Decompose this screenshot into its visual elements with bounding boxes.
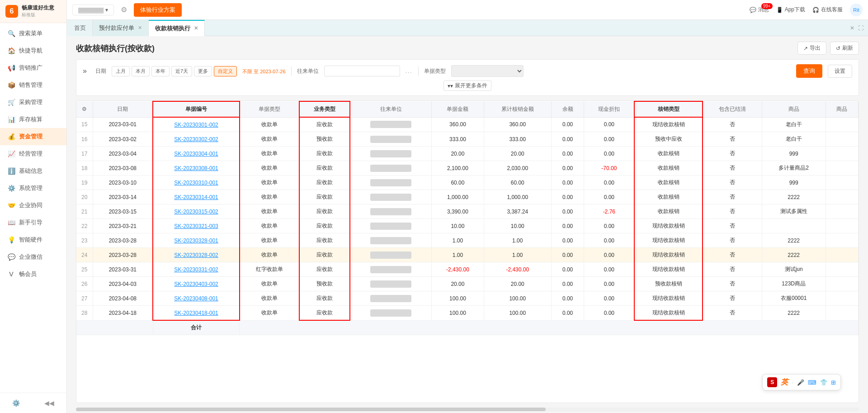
sidebar-item-hardware[interactable]: 💡智能硬件 — [0, 231, 66, 248]
td-doc-type: 收款单 — [240, 277, 299, 291]
filter-row-1: » 日期 上月 本月 本年 近7天 更多 自定义 不限 至 2023-07-26… — [83, 64, 852, 78]
sidebar-item-label: 基础信息 — [19, 167, 42, 175]
td-partner: ██████ — [350, 161, 432, 176]
keyboard-icon[interactable]: ⌨ — [808, 379, 816, 386]
message-button[interactable]: 💬 消息 99+ — [750, 6, 769, 14]
sidebar-item-label: 库存核算 — [19, 115, 42, 123]
doc-no-link[interactable]: SK-20230418-001 — [174, 310, 218, 316]
doc-no-link[interactable]: SK-20230328-002 — [174, 252, 218, 258]
sidebar-item-quicknav[interactable]: 🏠快捷导航 — [0, 42, 66, 59]
sidebar-item-wechat[interactable]: 💬企业微信 — [0, 248, 66, 266]
th-discount: 现金折扣 — [584, 101, 635, 117]
sidebar-item-marketing[interactable]: 📢营销推广 — [0, 59, 66, 76]
table-row: 24 2023-03-28 SK-20230328-002 收款单 应收款 ██… — [76, 248, 859, 262]
sidebar: 6 畅康道好生意 标推版 🔍搜索菜单🏠快捷导航📢营销推广📦销售管理🛒采购管理📊库… — [0, 0, 67, 413]
doc-no-link[interactable]: SK-20230304-001 — [174, 151, 218, 157]
filter-divider-1 — [291, 66, 292, 76]
tab-home[interactable]: 首页 — [67, 20, 93, 36]
data-table-wrap[interactable]: ⚙ 日期 单据编号 单据类型 业务类型 往来单位 单据金额 累计核销金额 余额 … — [76, 100, 859, 403]
bottom-scrollbar[interactable] — [76, 408, 859, 411]
doc-no-link[interactable]: SK-20230302-002 — [174, 136, 218, 142]
tab-prepay[interactable]: 预付款应付单 ✕ — [93, 20, 149, 36]
sidebar-item-label: 新手引导 — [19, 218, 42, 227]
online-service-button[interactable]: 🎧 在线客服 — [812, 6, 843, 14]
message-badge: 99+ — [761, 3, 773, 9]
sidebar-item-member[interactable]: V畅会员 — [0, 266, 66, 283]
basic-icon: ℹ️ — [7, 167, 15, 175]
td-biz-type: 应收款 — [299, 204, 350, 219]
date-more[interactable]: 更多 — [194, 66, 212, 76]
th-settings[interactable]: ⚙ — [76, 101, 93, 117]
td-doc-no: SK-20230328-001 — [153, 233, 240, 248]
mic-icon[interactable]: 🎤 — [797, 379, 804, 386]
sidebar-item-label: 快捷导航 — [19, 47, 42, 55]
app-selector-text: ▓▓▓▓▓▓▓ — [78, 7, 104, 13]
td-included: 否 — [703, 262, 762, 277]
doc-no-link[interactable]: SK-20230301-002 — [174, 122, 218, 128]
doc-no-link[interactable]: SK-20230321-003 — [174, 223, 218, 229]
inventory-icon: 📊 — [7, 115, 15, 123]
td-date: 2023-03-14 — [93, 190, 153, 204]
doc-no-link[interactable]: SK-20230403-002 — [174, 281, 218, 287]
sidebar-item-search[interactable]: 🔍搜索菜单 — [0, 25, 66, 42]
sidebar-item-purchase[interactable]: 🛒采购管理 — [0, 94, 66, 111]
td-product2 — [826, 219, 858, 233]
sidebar-item-sales[interactable]: 📦销售管理 — [0, 76, 66, 94]
date-last-month[interactable]: 上月 — [112, 66, 130, 76]
phone-icon: 📱 — [776, 7, 783, 13]
solution-button[interactable]: 体验行业方案 — [134, 3, 182, 17]
date-7days[interactable]: 近7天 — [171, 66, 192, 76]
sidebar-item-finance[interactable]: 💰资金管理 — [0, 128, 66, 145]
shirt-icon[interactable]: 👕 — [820, 379, 827, 386]
doc-no-link[interactable]: SK-20230310-001 — [174, 180, 218, 186]
page-header-actions: ↗ 导出 ↺ 刷新 — [797, 42, 859, 55]
doc-no-link[interactable]: SK-20230328-001 — [174, 237, 218, 244]
partner-input[interactable] — [324, 66, 400, 76]
doc-type-select[interactable] — [451, 65, 524, 77]
table-header-row: ⚙ 日期 单据编号 单据类型 业务类型 往来单位 单据金额 累计核销金额 余额 … — [76, 101, 859, 117]
expand-more-button[interactable]: ▾▾ 展开更多条件 — [443, 81, 491, 91]
td-num: 23 — [76, 233, 93, 248]
sidebar-item-operations[interactable]: 📈经营管理 — [0, 145, 66, 162]
date-this-year[interactable]: 本年 — [151, 66, 170, 76]
gear-icon[interactable]: ⚙ — [118, 4, 130, 16]
grid-icon[interactable]: ⊞ — [831, 379, 836, 386]
doc-no-link[interactable]: SK-20230331-002 — [174, 266, 218, 273]
date-custom[interactable]: 自定义 — [214, 66, 237, 76]
filter-settings-button[interactable]: 设置 — [828, 65, 852, 78]
user-avatar[interactable]: Rit — [850, 4, 863, 16]
td-doc-no: SK-20230418-001 — [153, 306, 240, 321]
td-balance: 0.00 — [551, 190, 584, 204]
sidebar-item-inventory[interactable]: 📊库存核算 — [0, 111, 66, 128]
td-balance: 0.00 — [551, 306, 584, 321]
doc-no-link[interactable]: SK-20230314-001 — [174, 194, 218, 200]
th-amount: 单据金额 — [432, 101, 484, 117]
doc-no-link[interactable]: SK-20230315-002 — [174, 209, 218, 215]
export-button[interactable]: ↗ 导出 — [797, 42, 826, 55]
query-button[interactable]: 查询 — [796, 64, 822, 78]
td-verify-type: 现结收款核销 — [634, 219, 703, 233]
sidebar-item-enterprise[interactable]: 🤝企业协同 — [0, 197, 66, 214]
td-partner: ██████ — [350, 132, 432, 147]
td-doc-no: SK-20230302-002 — [153, 132, 240, 147]
doc-no-link[interactable]: SK-20230408-001 — [174, 295, 218, 302]
doc-no-link[interactable]: SK-20230308-001 — [174, 165, 218, 171]
td-product1 — [762, 219, 826, 233]
th-product2: 商品 — [826, 101, 858, 117]
tab-collect-close[interactable]: ✕ — [194, 25, 198, 31]
sidebar-item-basic[interactable]: ℹ️基础信息 — [0, 162, 66, 180]
tab-prepay-close[interactable]: ✕ — [138, 25, 142, 31]
filter-collapse-icon[interactable]: » — [83, 67, 90, 75]
close-window-icon[interactable]: ✕ — [850, 25, 854, 31]
tab-collect[interactable]: 收款核销执行 ✕ — [149, 20, 205, 36]
collapse-icon[interactable]: ◀◀ — [41, 398, 58, 408]
app-download-button[interactable]: 📱 App下载 — [776, 6, 805, 14]
settings-icon[interactable]: ⚙️ — [9, 398, 24, 408]
date-this-month[interactable]: 本月 — [132, 66, 150, 76]
maximize-icon[interactable]: ⛶ — [858, 25, 863, 31]
td-partner: ██████ — [350, 204, 432, 219]
app-selector[interactable]: ▓▓▓▓▓▓▓ ▾ — [72, 5, 114, 15]
sidebar-item-system[interactable]: ⚙️系统管理 — [0, 180, 66, 197]
refresh-button[interactable]: ↺ 刷新 — [830, 42, 859, 55]
sidebar-item-guide[interactable]: 📖新手引导 — [0, 214, 66, 231]
